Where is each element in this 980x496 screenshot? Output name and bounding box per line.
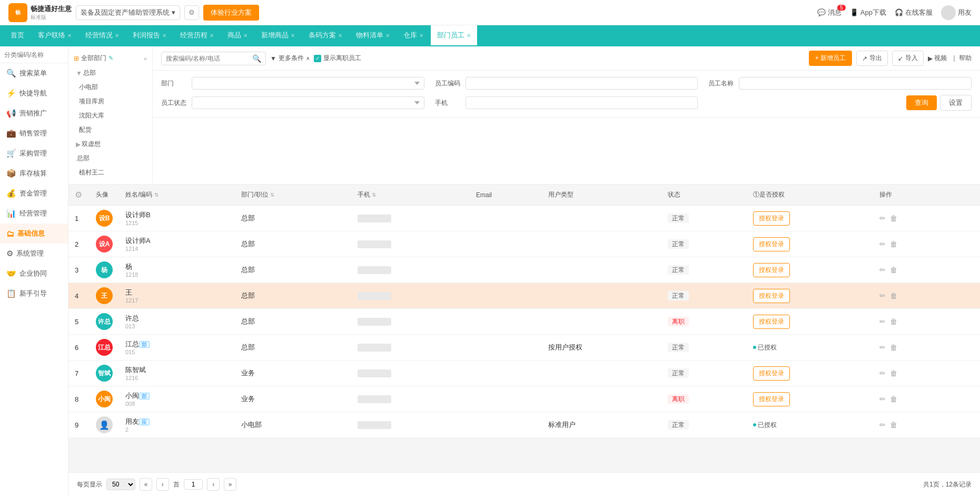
collapse-icon[interactable]: « xyxy=(144,55,147,62)
online-service-button[interactable]: 🎧 在线客服 xyxy=(895,8,933,17)
sidebar-item-guide[interactable]: 📋新手引导 xyxy=(0,284,68,304)
nav-tab-物料清单[interactable]: 物料清单 ✕ xyxy=(350,25,396,46)
last-page-button[interactable]: » xyxy=(224,478,236,491)
close-tab-icon[interactable]: ✕ xyxy=(162,33,166,38)
edit-icon[interactable]: ✏ xyxy=(879,343,886,352)
sidebar-item-finance[interactable]: 💰资金管理 xyxy=(0,183,68,203)
nav-tab-首页[interactable]: 首页 xyxy=(4,25,31,46)
settings-icon[interactable]: ⚙ xyxy=(75,190,82,199)
filter-phone-input[interactable] xyxy=(466,96,698,109)
import-button[interactable]: ↙ 导入 xyxy=(892,51,924,66)
delete-icon[interactable]: 🗑 xyxy=(890,343,897,352)
auth-button[interactable]: 授权登录 xyxy=(753,315,790,329)
close-tab-icon[interactable]: ✕ xyxy=(385,33,390,38)
prev-page-button[interactable]: ‹ xyxy=(156,478,169,491)
edit-icon[interactable]: ✏ xyxy=(879,317,886,326)
close-tab-icon[interactable]: ✕ xyxy=(419,33,423,38)
delete-icon[interactable]: 🗑 xyxy=(890,214,897,222)
sidebar-item-cooperation[interactable]: 🤝企业协同 xyxy=(0,264,68,284)
help-button[interactable]: ｜ 帮助 xyxy=(951,54,972,63)
show-resign-toggle[interactable]: ✓ 显示离职员工 xyxy=(314,54,361,63)
delete-icon[interactable]: 🗑 xyxy=(890,266,897,274)
auth-button[interactable]: 授权登录 xyxy=(753,289,790,303)
dept-group-header-1[interactable]: ▶ 双虚想 xyxy=(68,137,152,151)
set-button[interactable]: 设置 xyxy=(940,95,972,111)
dept-item-peihuo[interactable]: 配货 xyxy=(68,123,152,137)
nav-tab-部门员工[interactable]: 部门员工 ✕ xyxy=(431,25,477,46)
more-filter-button[interactable]: ▼ 更多条件 ∧ xyxy=(270,54,310,63)
sort-dept-icon[interactable]: ⇅ xyxy=(270,192,274,198)
export-button[interactable]: ↗ 导出 xyxy=(856,51,888,66)
nav-tab-条码方案[interactable]: 条码方案 ✕ xyxy=(302,25,349,46)
delete-icon[interactable]: 🗑 xyxy=(890,240,897,248)
add-employee-button[interactable]: + 新增员工 xyxy=(809,51,852,66)
close-tab-icon[interactable]: ✕ xyxy=(338,33,342,38)
per-page-select[interactable]: 50 100 200 xyxy=(106,479,135,490)
nav-tab-经营情况[interactable]: 经营情况 ✕ xyxy=(79,25,125,46)
auth-button[interactable]: 授权登录 xyxy=(753,392,790,406)
nav-tab-利润报告[interactable]: 利润报告 ✕ xyxy=(126,25,173,46)
sidebar-item-search-menu[interactable]: 🔍搜索菜单 xyxy=(0,63,68,83)
sidebar-search-input[interactable] xyxy=(4,51,68,59)
dept-item-shenyang[interactable]: 沈阳大库 xyxy=(68,109,152,123)
dept-group-header-0[interactable]: ▼ 总部 xyxy=(68,66,152,80)
nav-tab-仓库[interactable]: 仓库 ✕ xyxy=(397,25,430,46)
edit-dept-icon[interactable]: ✎ xyxy=(108,55,113,62)
delete-icon[interactable]: 🗑 xyxy=(890,369,897,377)
first-page-button[interactable]: « xyxy=(140,478,152,491)
search-input[interactable] xyxy=(166,55,250,62)
auth-button[interactable]: 授权登录 xyxy=(753,366,790,381)
delete-icon[interactable]: 🗑 xyxy=(890,317,897,326)
close-tab-icon[interactable]: ✕ xyxy=(243,33,248,38)
trial-button[interactable]: 体验行业方案 xyxy=(203,5,259,21)
user-menu[interactable]: 用友 xyxy=(941,5,972,20)
filter-dept-select[interactable] xyxy=(192,77,424,90)
query-button[interactable]: 查询 xyxy=(906,95,937,110)
filter-status-select[interactable] xyxy=(192,96,424,109)
edit-icon[interactable]: ✏ xyxy=(879,240,886,248)
sort-phone-icon[interactable]: ⇅ xyxy=(372,192,376,198)
edit-icon[interactable]: ✏ xyxy=(879,214,886,222)
search-box[interactable]: 🔍 xyxy=(161,52,266,65)
dept-item-project[interactable]: 项目库房 xyxy=(68,94,152,109)
next-page-button[interactable]: › xyxy=(207,478,220,491)
sidebar-item-system[interactable]: ⚙系统管理 xyxy=(0,244,68,264)
sidebar-item-operation[interactable]: 📊经营管理 xyxy=(0,203,68,223)
dept-group-header-2[interactable]: 总部 xyxy=(68,151,152,166)
view-button[interactable]: ▶ 视频 xyxy=(928,54,947,63)
message-button[interactable]: 💬 消息 5 xyxy=(817,8,842,17)
sidebar-item-sales[interactable]: 💼销售管理 xyxy=(0,123,68,143)
nav-tab-经营历程[interactable]: 经营历程 ✕ xyxy=(174,25,220,46)
auth-button[interactable]: 授权登录 xyxy=(753,211,790,226)
sidebar-item-stock[interactable]: 📦库存核算 xyxy=(0,163,68,183)
nav-tab-客户联络[interactable]: 客户联络 ✕ xyxy=(32,25,78,46)
close-tab-icon[interactable]: ✕ xyxy=(291,33,295,38)
nav-tab-商品[interactable]: 商品 ✕ xyxy=(221,25,254,46)
close-tab-icon[interactable]: ✕ xyxy=(210,33,214,38)
dept-all-header[interactable]: ⊞ 全部部门 ✎ « xyxy=(68,51,152,66)
system-title[interactable]: 装备及固定资产辅助管理系统 ▾ xyxy=(76,5,180,20)
sidebar-item-quick-nav[interactable]: ⚡快捷导航 xyxy=(0,83,68,103)
dept-item-xiaodian[interactable]: 小电部 xyxy=(68,80,152,94)
delete-icon[interactable]: 🗑 xyxy=(890,421,897,429)
close-tab-icon[interactable]: ✕ xyxy=(67,33,72,38)
edit-icon[interactable]: ✏ xyxy=(879,421,886,429)
edit-icon[interactable]: ✏ xyxy=(879,291,886,300)
close-tab-icon[interactable]: ✕ xyxy=(115,33,119,38)
auth-button[interactable]: 授权登录 xyxy=(753,237,790,251)
delete-icon[interactable]: 🗑 xyxy=(890,291,897,300)
filter-name-input[interactable] xyxy=(739,77,972,90)
sort-name-icon[interactable]: ⇅ xyxy=(154,192,159,198)
edit-icon[interactable]: ✏ xyxy=(879,369,886,377)
nav-tab-新增商品[interactable]: 新增商品 ✕ xyxy=(255,25,301,46)
gear-button[interactable]: ⚙ xyxy=(184,5,199,20)
edit-icon[interactable]: ✏ xyxy=(879,266,886,274)
edit-icon[interactable]: ✏ xyxy=(879,395,886,403)
app-download-button[interactable]: 📱 App下载 xyxy=(850,8,886,17)
sidebar-item-marketing[interactable]: 📢营销推广 xyxy=(0,103,68,123)
filter-code-input[interactable] xyxy=(466,77,698,90)
sidebar-item-basic[interactable]: 🗂基础信息 xyxy=(0,223,68,244)
auth-button[interactable]: 授权登录 xyxy=(753,263,790,277)
page-input[interactable] xyxy=(184,479,203,490)
delete-icon[interactable]: 🗑 xyxy=(890,395,897,403)
